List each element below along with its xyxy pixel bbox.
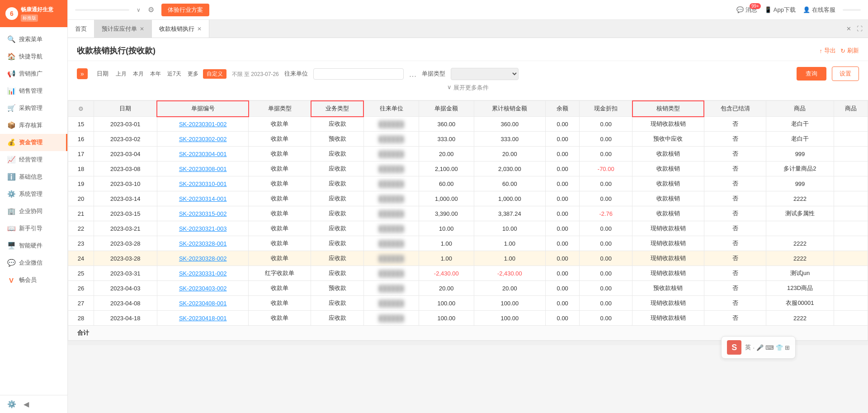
sidebar-item-hardware-label: 智能硬件 [19, 242, 42, 250]
table-horizontal-scrollbar[interactable] [68, 341, 868, 345]
table-cell[interactable]: SK-20230331-002 [157, 266, 249, 281]
tab-expand-icon[interactable]: ⛶ [857, 25, 863, 32]
tab-receipt-cancel-close[interactable]: ✕ [197, 26, 202, 32]
tab-prepay-close[interactable]: ✕ [140, 26, 144, 32]
table-cell[interactable]: SK-20230418-001 [157, 311, 249, 326]
table-cell: 多计量商品2 [766, 161, 834, 176]
partner-filter-input[interactable] [313, 68, 404, 80]
sidebar-item-guide[interactable]: 📖 新手引导 [0, 220, 67, 237]
table-cell: ██████ [363, 206, 419, 221]
table-cell[interactable]: SK-20230301-002 [157, 117, 249, 132]
topbar-gear-icon[interactable]: ⚙ [148, 5, 154, 14]
sidebar-item-member[interactable]: V 畅会员 [0, 271, 67, 289]
sidebar-item-guide-label: 新手引导 [19, 224, 42, 233]
table-cell[interactable]: SK-20230304-001 [157, 147, 249, 161]
table-row: 192023-03-10SK-20230310-001收款单应收款██████6… [68, 176, 868, 191]
date-custom-btn[interactable]: 自定义 [203, 69, 226, 79]
table-cell: 收款单 [249, 281, 311, 296]
table-cell: 否 [704, 147, 766, 161]
sidebar-item-quick-nav[interactable]: 🏠 快捷导航 [0, 48, 67, 65]
table-cell[interactable]: SK-20230328-001 [157, 236, 249, 251]
tab-close-all-icon[interactable]: ✕ [846, 25, 851, 32]
message-badge: 99+ [750, 3, 761, 9]
service-label: 在线客服 [812, 6, 835, 14]
filter-settings-button[interactable]: 设置 [832, 66, 859, 81]
table-cell: ██████ [363, 266, 419, 281]
sidebar-item-operations[interactable]: 📈 经营管理 [0, 151, 67, 168]
date-opt-last-month[interactable]: 上月 [114, 69, 128, 79]
sidebar-logo: 6 畅康通好生意 标推版 [0, 0, 67, 27]
app-download-button[interactable]: 📱 App下载 [764, 6, 796, 14]
table-cell: 0.00 [546, 281, 580, 296]
tabs-spacer [209, 20, 841, 38]
sidebar-item-marketing[interactable]: 📢 营销推广 [0, 65, 67, 82]
sidebar-item-wechat[interactable]: 💬 企业微信 [0, 254, 67, 271]
export-button[interactable]: ↑ 导出 [820, 47, 836, 55]
doc-type-select[interactable] [451, 68, 519, 80]
table-cell: -2,430.00 [474, 266, 545, 281]
table-cell[interactable]: SK-20230308-001 [157, 161, 249, 176]
col-gear-header[interactable]: ⚙ [68, 101, 94, 117]
date-opt-this-year[interactable]: 本年 [148, 69, 163, 79]
sidebar-item-sales[interactable]: 📊 销售管理 [0, 82, 67, 100]
table-cell [834, 147, 868, 161]
table-cell: 否 [704, 161, 766, 176]
table-cell: ██████ [363, 147, 419, 161]
table-cell[interactable]: SK-20230310-001 [157, 176, 249, 191]
purchase-icon: 🛒 [7, 104, 15, 112]
table-cell[interactable]: SK-20230403-002 [157, 281, 249, 296]
table-cell: 2023-04-08 [94, 296, 157, 311]
message-button[interactable]: 💬 消息 99+ [736, 6, 757, 14]
table-cell: 测试多属性 [766, 206, 834, 221]
table-cell: 收款单 [249, 311, 311, 326]
table-cell: 现销收款核销 [632, 251, 704, 266]
sidebar-collapse-icon[interactable]: ◀ [24, 400, 29, 408]
table-cell: 1.00 [474, 236, 545, 251]
date-opt-more[interactable]: 更多 [186, 69, 200, 79]
sidebar-item-finance[interactable]: 💰 资金管理 [0, 134, 67, 151]
table-cell: 否 [704, 176, 766, 191]
table-cell: 1,000.00 [474, 191, 545, 206]
table-cell: 20 [68, 191, 94, 206]
date-range-block: 不限 至 2023-07-26 [232, 70, 279, 78]
sidebar-item-search[interactable]: 🔍 搜索菜单 [0, 31, 67, 48]
table-cell: 21 [68, 206, 94, 221]
sidebar-item-enterprise[interactable]: 🏢 企业协同 [0, 203, 67, 220]
sidebar-item-purchase[interactable]: 🛒 采购管理 [0, 100, 67, 117]
topbar-brand [75, 9, 129, 11]
sidebar-item-hardware[interactable]: 🖥️ 智能硬件 [0, 237, 67, 254]
partner-more-icon[interactable]: ... [409, 69, 417, 79]
table-cell[interactable]: SK-20230314-001 [157, 191, 249, 206]
table-cell[interactable]: SK-20230328-002 [157, 251, 249, 266]
tab-home[interactable]: 首页 [68, 20, 94, 38]
tab-prepay[interactable]: 预计应应付单 ✕ [94, 20, 152, 38]
sidebar-item-finance-label: 资金管理 [19, 138, 42, 147]
table-cell[interactable]: SK-20230321-003 [157, 221, 249, 236]
service-button[interactable]: 👤 在线客服 [803, 6, 835, 14]
col-includesettled-header: 包含已结清 [704, 101, 766, 117]
sidebar-item-system[interactable]: ⚙️ 系统管理 [0, 185, 67, 203]
col-doctype-header: 单据类型 [249, 101, 311, 117]
sidebar-item-inventory[interactable]: 📦 库存核算 [0, 117, 67, 134]
table-cell[interactable]: SK-20230315-002 [157, 206, 249, 221]
table-cell: ██████ [363, 176, 419, 191]
query-button[interactable]: 查询 [797, 67, 826, 81]
tab-receipt-cancel[interactable]: 收款核销执行 ✕ [152, 20, 209, 38]
table-cell[interactable]: SK-20230408-001 [157, 296, 249, 311]
sidebar-settings-icon[interactable]: ⚙️ [7, 400, 16, 408]
table-cell[interactable]: SK-20230302-002 [157, 132, 249, 147]
sidebar-nav: 🔍 搜索菜单 🏠 快捷导航 📢 营销推广 📊 销售管理 🛒 采购管理 📦 库存核… [0, 27, 67, 395]
solution-button[interactable]: 体验行业方案 [161, 4, 209, 16]
date-opt-this-month[interactable]: 本月 [131, 69, 146, 79]
date-opt-7days[interactable]: 近7天 [165, 69, 183, 79]
table-cell: 100.00 [474, 311, 545, 326]
table-cell: 收款核销 [632, 176, 704, 191]
filter-expand-icon[interactable]: » [77, 68, 88, 79]
sidebar-item-basic[interactable]: ℹ️ 基础信息 [0, 168, 67, 185]
table-cell: ██████ [363, 221, 419, 236]
table-cell: 2023-04-03 [94, 281, 157, 296]
refresh-button[interactable]: ↻ 刷新 [840, 47, 859, 55]
topbar-dropdown-arrow[interactable]: ∨ [137, 7, 141, 13]
table-cell: 3,387.24 [474, 206, 545, 221]
expand-more-btn[interactable]: ∨ 展开更多条件 [77, 81, 859, 95]
